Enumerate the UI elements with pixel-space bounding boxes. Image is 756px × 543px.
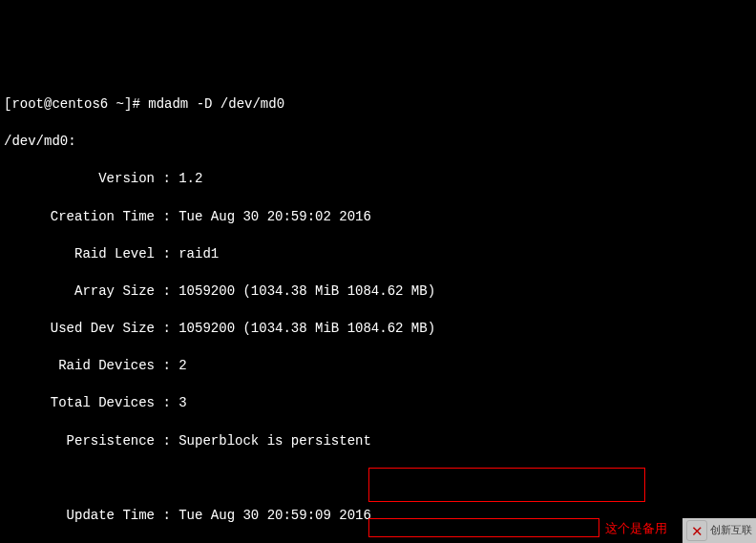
value-array-size: 1059200 (1034.38 MiB 1084.62 MB): [178, 283, 435, 299]
watermark: ✕ 创新互联: [682, 518, 756, 543]
label-persistence: Persistence: [4, 432, 155, 451]
annotation-spare: 这个是备用: [605, 520, 667, 537]
device-line: /dev/md0:: [4, 133, 752, 152]
label-creation-time: Creation Time: [4, 208, 155, 227]
value-raid-level: raid1: [178, 246, 219, 261]
value-creation-time: Tue Aug 30 20:59:02 2016: [178, 209, 371, 224]
value-update-time: Tue Aug 30 20:59:09 2016: [178, 508, 371, 523]
watermark-text: 创新互联: [710, 523, 752, 537]
command-text: mdadm -D /dev/md0: [148, 96, 284, 112]
value-raid-devices: 2: [178, 358, 186, 373]
label-array-size: Array Size: [4, 282, 155, 302]
value-used-dev-size: 1059200 (1034.38 MiB 1084.62 MB): [178, 321, 435, 336]
label-version: Version: [4, 170, 155, 189]
label-raid-level: Raid Level: [4, 245, 155, 264]
label-total-devices: Total Devices: [4, 394, 155, 413]
terminal[interactable]: [root@centos6 ~]# mdadm -D /dev/md0 /dev…: [0, 74, 756, 543]
label-update-time: Update Time: [4, 507, 155, 526]
prompt: [root@centos6 ~]#: [4, 96, 148, 112]
value-total-devices: 3: [178, 395, 186, 410]
label-raid-devices: Raid Devices: [4, 357, 155, 376]
value-persistence: Superblock is persistent: [178, 433, 371, 449]
watermark-logo-icon: ✕: [686, 520, 707, 541]
value-version: 1.2: [178, 171, 202, 186]
label-used-dev-size: Used Dev Size: [4, 320, 155, 339]
